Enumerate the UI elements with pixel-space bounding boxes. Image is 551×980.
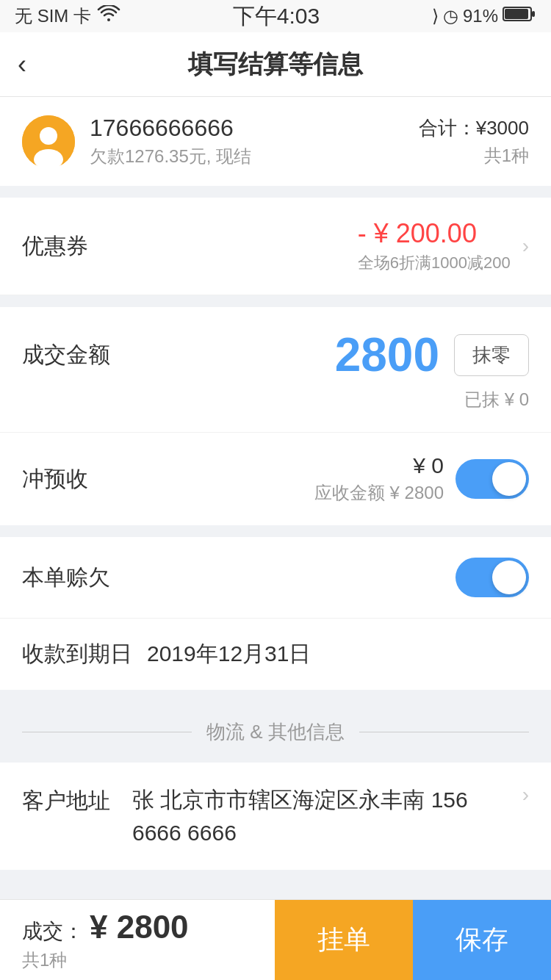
round-button[interactable]: 抹零 (454, 334, 529, 376)
coupon-value-block: - ¥ 200.00 全场6折满1000减200 (358, 218, 511, 274)
avatar (22, 115, 75, 168)
sim-status: 无 SIM 卡 (15, 4, 91, 28)
deal-right: 2800 抹零 (335, 328, 529, 382)
address-content: 张 北京市市辖区海淀区永丰南 156 6666 6666 (132, 783, 508, 849)
coupon-label: 优惠券 (22, 231, 88, 262)
deal-label: 成交金额 (22, 340, 110, 370)
debt-row: 本单赊欠 (22, 558, 529, 597)
debt-toggle[interactable] (455, 558, 529, 597)
address-label: 客户地址 (22, 783, 110, 816)
due-date-section: 收款到期日 2019年12月31日 (0, 618, 551, 690)
coupon-right: - ¥ 200.00 全场6折满1000减200 › (358, 218, 529, 274)
bottom-deal-label: 成交： (22, 918, 84, 945)
divider-line-left (22, 732, 192, 732)
bottom-deal-amount: ¥ 2800 (90, 909, 189, 945)
divider-1 (0, 186, 551, 198)
debt-toggle-knob (492, 561, 526, 594)
divider-3 (0, 525, 551, 537)
address-section[interactable]: 客户地址 张 北京市市辖区海淀区永丰南 156 6666 6666 › (0, 763, 551, 870)
svg-point-4 (40, 127, 57, 145)
pre-receipt-label: 冲预收 (22, 464, 88, 494)
page-title: 填写结算等信息 (188, 48, 363, 82)
hang-button[interactable]: 挂单 (275, 900, 413, 981)
pre-right: ¥ 0 应收金额 ¥ 2800 (314, 453, 529, 505)
due-row: 收款到期日 2019年12月31日 (22, 639, 529, 669)
deal-sub-text: 已抹 ¥ 0 (22, 388, 529, 411)
pre-amount: ¥ 0 (314, 453, 444, 478)
divider-2 (0, 295, 551, 307)
pre-receipt-section: 冲预收 ¥ 0 应收金额 ¥ 2800 (0, 432, 551, 525)
logistics-header: 物流 & 其他信息 (0, 702, 551, 763)
deal-row: 成交金额 2800 抹零 (22, 328, 529, 382)
coupon-row[interactable]: 优惠券 - ¥ 200.00 全场6折满1000减200 › (0, 198, 551, 295)
deal-amount-section: 成交金额 2800 抹零 已抹 ¥ 0 (0, 307, 551, 432)
customer-info: 17666666666 欠款1276.35元, 现结 (90, 115, 251, 168)
toggle-knob (492, 462, 526, 496)
save-button[interactable]: 保存 (413, 900, 551, 981)
customer-phone: 17666666666 (90, 115, 251, 142)
bottom-summary: 成交： ¥ 2800 共1种 (0, 909, 275, 972)
due-date-value: 2019年12月31日 (147, 639, 311, 669)
divider-4 (0, 690, 551, 702)
bottom-bar: 成交： ¥ 2800 共1种 挂单 保存 (0, 899, 551, 980)
status-left: 无 SIM 卡 (15, 4, 120, 28)
pre-receivable: 应收金额 ¥ 2800 (314, 481, 444, 505)
pre-receipt-toggle[interactable] (455, 459, 529, 499)
customer-total: 合计：¥3000 共1种 (419, 115, 529, 167)
deal-amount-value: 2800 (335, 328, 439, 382)
wifi-icon (97, 5, 120, 27)
coupon-desc: 全场6折满1000减200 (358, 252, 511, 274)
battery-text: 91% (463, 6, 498, 26)
nav-bar: ‹ 填写结算等信息 (0, 32, 551, 97)
total-amount: 合计：¥3000 (419, 115, 529, 141)
logistics-title: 物流 & 其他信息 (206, 719, 345, 745)
coupon-amount: - ¥ 200.00 (358, 218, 511, 249)
location-icon: ⟩ (432, 6, 439, 26)
debt-label: 本单赊欠 (22, 563, 110, 593)
status-time: 下午4:03 (233, 1, 320, 32)
bottom-deal-row: 成交： ¥ 2800 (22, 909, 253, 945)
customer-card: 17666666666 欠款1276.35元, 现结 合计：¥3000 共1种 (0, 97, 551, 186)
back-button[interactable]: ‹ (18, 49, 26, 80)
status-right: ⟩ ◷ 91% (432, 5, 536, 27)
svg-rect-1 (505, 9, 528, 19)
battery-icon (503, 5, 536, 27)
content-area: 17666666666 欠款1276.35元, 现结 合计：¥3000 共1种 … (0, 97, 551, 958)
total-count: 共1种 (419, 144, 529, 167)
chevron-right-icon: › (522, 234, 529, 258)
status-bar: 无 SIM 卡 下午4:03 ⟩ ◷ 91% (0, 0, 551, 32)
svg-rect-2 (532, 11, 535, 17)
bottom-deal-count: 共1种 (22, 948, 253, 972)
customer-debt: 欠款1276.35元, 现结 (90, 145, 251, 168)
address-chevron-icon: › (522, 783, 529, 807)
due-date-label: 收款到期日 (22, 639, 132, 669)
debt-section: 本单赊欠 (0, 537, 551, 618)
divider-line-right (359, 732, 529, 732)
alarm-icon: ◷ (443, 6, 458, 26)
pre-row: 冲预收 ¥ 0 应收金额 ¥ 2800 (22, 453, 529, 505)
pre-amount-block: ¥ 0 应收金额 ¥ 2800 (314, 453, 444, 505)
customer-left: 17666666666 欠款1276.35元, 现结 (22, 115, 251, 168)
